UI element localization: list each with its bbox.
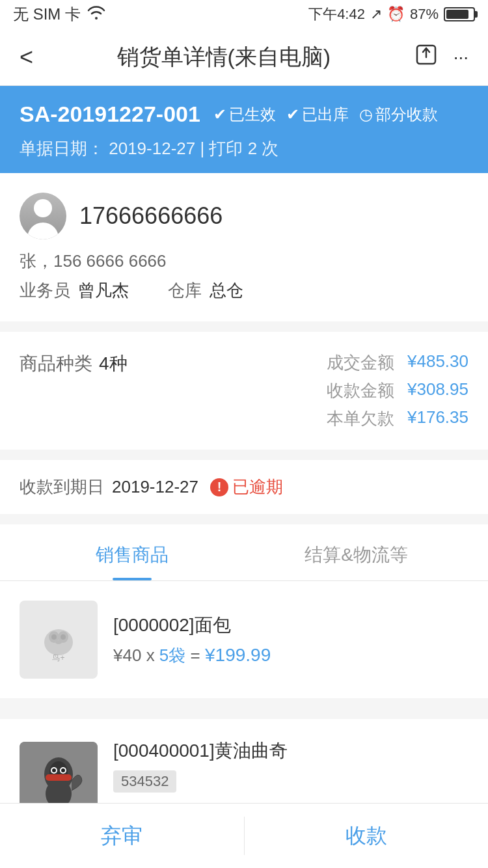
avatar — [20, 193, 66, 239]
tabs-section: 销售商品 结算&物流等 — [0, 524, 488, 581]
pay-button[interactable]: 收款 — [245, 804, 489, 868]
battery-percent: 87% — [410, 6, 439, 23]
svg-rect-16 — [46, 774, 72, 781]
amounts-col: 成交金额 ¥485.30 收款金额 ¥308.95 本单欠款 ¥176.35 — [327, 351, 468, 430]
warehouse: 仓库 总仓 — [168, 279, 243, 302]
received-value: ¥308.95 — [407, 379, 468, 402]
owed-amount: 本单欠款 ¥176.35 — [327, 407, 468, 430]
cancel-button[interactable]: 弃审 — [0, 804, 244, 868]
status-bar: 无 SIM 卡 下午4:42 ↗ ⏰ 87% — [0, 0, 488, 29]
financial-section: 商品种类 4种 成交金额 ¥485.30 收款金额 ¥308.95 本单欠款 ¥… — [0, 332, 488, 450]
product-calc-1: ¥40 x 5袋 = ¥199.99 — [113, 644, 468, 667]
print-label: | 打印 — [200, 139, 243, 158]
clock-icon: ◷ — [359, 105, 373, 124]
customer-row: 17666666666 — [20, 193, 468, 239]
status-badge-partial: ◷ 部分收款 — [359, 104, 438, 125]
order-date-row: 单据日期： 2019-12-27 | 打印 2 次 — [20, 137, 468, 160]
product-name-2: [000400001]黄油曲奇 — [113, 739, 468, 763]
print-count: 2 — [248, 139, 257, 158]
transaction-label: 成交金额 — [327, 351, 394, 374]
transaction-amount: 成交金额 ¥485.30 — [327, 351, 468, 374]
customer-meta: 业务员 曾凡杰 仓库 总仓 — [20, 279, 468, 302]
product-image-1: 鸟+ — [33, 614, 85, 666]
alarm-icon: ⏰ — [387, 6, 405, 23]
status-left: 无 SIM 卡 — [13, 4, 105, 25]
nav-actions: ··· — [414, 43, 468, 71]
due-date: 2019-12-27 — [112, 477, 198, 497]
status-badge-effective: ✔ 已生效 — [213, 104, 276, 125]
order-date: 2019-12-27 — [109, 139, 195, 158]
customer-phone: 17666666666 — [79, 202, 223, 230]
list-item: 鸟+ [0000002]面包 ¥40 x 5袋 = ¥199.99 — [0, 581, 488, 698]
product-name-1: [0000002]面包 — [113, 613, 468, 638]
status-right: 下午4:42 ↗ ⏰ 87% — [308, 5, 475, 24]
owed-label: 本单欠款 — [327, 407, 394, 430]
received-label: 收款金额 — [327, 379, 394, 402]
product-total-1: ¥199.99 — [205, 645, 271, 665]
svg-point-5 — [61, 634, 66, 640]
tab-settlement[interactable]: 结算&物流等 — [244, 524, 468, 580]
status-badge-shipped: ✔ 已出库 — [286, 104, 349, 125]
customer-section: 17666666666 张，156 6666 6666 业务员 曾凡杰 仓库 总… — [0, 173, 488, 321]
carrier-label: 无 SIM 卡 — [13, 4, 81, 25]
date-label: 单据日期： — [20, 139, 104, 158]
product-qty-1: 5袋 — [159, 645, 185, 665]
separator-1 — [0, 709, 488, 719]
tab-settlement-label: 结算&物流等 — [305, 545, 408, 565]
tab-underline — [113, 578, 152, 580]
overdue-badge: ! 已逾期 — [210, 476, 283, 498]
financial-row: 商品种类 4种 成交金额 ¥485.30 收款金额 ¥308.95 本单欠款 ¥… — [20, 351, 468, 430]
owed-value: ¥176.35 — [407, 407, 468, 430]
sales-name: 曾凡杰 — [78, 279, 129, 302]
order-id-row: SA-20191227-001 ✔ 已生效 ✔ 已出库 ◷ 部分收款 — [20, 102, 468, 127]
transaction-value: ¥485.30 — [407, 351, 468, 374]
location-icon: ↗ — [370, 6, 382, 23]
received-amount: 收款金额 ¥308.95 — [327, 379, 468, 402]
product-thumbnail-1: 鸟+ — [20, 601, 98, 679]
product-info-1: [0000002]面包 ¥40 x 5袋 = ¥199.99 — [113, 613, 468, 667]
tab-sales-products[interactable]: 销售商品 — [20, 524, 244, 580]
share-button[interactable] — [414, 43, 438, 71]
due-section: 收款到期日 2019-12-27 ! 已逾期 — [0, 460, 488, 514]
order-header: SA-20191227-001 ✔ 已生效 ✔ 已出库 ◷ 部分收款 单据日期：… — [0, 86, 488, 173]
due-label: 收款到期日 — [20, 476, 104, 498]
svg-point-14 — [61, 768, 65, 772]
customer-sub: 张，156 6666 6666 — [20, 250, 468, 273]
product-types: 商品种类 4种 — [20, 351, 128, 376]
svg-point-13 — [52, 768, 56, 772]
overdue-icon: ! — [210, 478, 228, 496]
check-icon-2: ✔ — [286, 105, 299, 124]
time-label: 下午4:42 — [308, 5, 365, 24]
battery-icon — [444, 7, 475, 21]
status-badges: ✔ 已生效 ✔ 已出库 ◷ 部分收款 — [213, 104, 438, 125]
warehouse-name: 总仓 — [210, 279, 243, 302]
more-button[interactable]: ··· — [454, 47, 468, 68]
tab-sales-label: 销售商品 — [96, 545, 169, 565]
svg-point-4 — [51, 634, 57, 640]
product-code-2: [000400001] — [113, 740, 215, 761]
product-price-1: ¥40 — [113, 645, 141, 665]
product-types-label: 商品种类 — [20, 351, 92, 376]
sales-label: 业务员 — [20, 279, 70, 302]
product-code-1: [0000002] — [113, 615, 195, 635]
print-suffix: 次 — [262, 139, 278, 158]
svg-point-6 — [55, 640, 62, 644]
sales-person: 业务员 曾凡杰 — [20, 279, 129, 302]
nav-bar: < 销货单详情(来自电脑) ··· — [0, 29, 488, 86]
overdue-text: 已逾期 — [232, 476, 283, 498]
bottom-bar: 弃审 收款 — [0, 803, 488, 868]
product-sku-2: 534532 — [113, 770, 176, 793]
order-id: SA-20191227-001 — [20, 102, 200, 127]
svg-text:鸟+: 鸟+ — [52, 653, 64, 662]
back-button[interactable]: < — [20, 44, 33, 71]
multiply-sign-1: x — [146, 645, 159, 665]
equals-sign-1: = — [191, 645, 205, 665]
page-title: 销货单详情(来自电脑) — [117, 42, 331, 72]
product-count: 4种 — [99, 351, 128, 376]
warehouse-label: 仓库 — [168, 279, 202, 302]
check-icon-1: ✔ — [213, 105, 226, 124]
wifi-icon — [87, 5, 105, 23]
